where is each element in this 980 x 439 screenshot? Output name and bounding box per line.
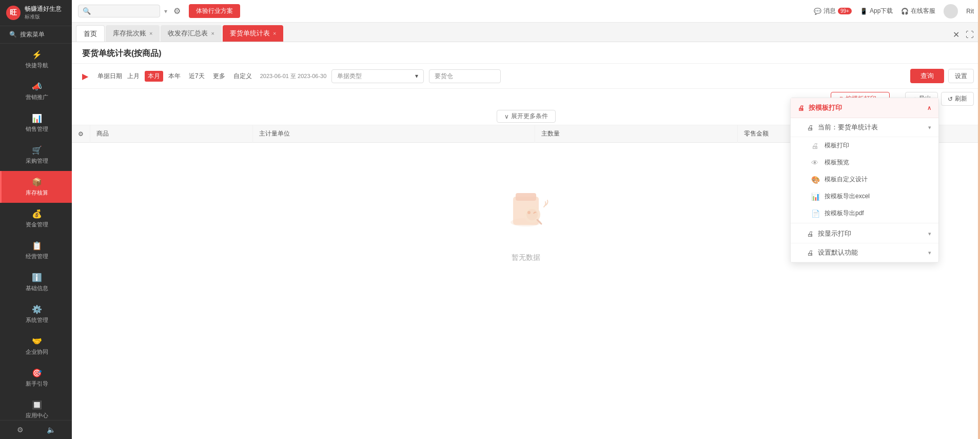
type-filter-label: 单据类型 (337, 72, 362, 81)
warehouse-filter-select[interactable]: 要货仓 (429, 69, 501, 83)
enterprise-label: 企业协同 (26, 348, 48, 356)
purchase-label: 采购管理 (26, 157, 48, 165)
tab-order-stats-close[interactable]: × (273, 30, 276, 36)
topbar-right: 💬 消息 99+ 📱 App下载 🎧 在线客服 Rit (814, 4, 974, 18)
date-btn-this-year[interactable]: 本年 (165, 71, 184, 82)
dropdown-default-function-section[interactable]: 🖨 设置默认功能 ▾ (791, 243, 938, 262)
date-range-text: 2023-06-01 至 2023-06-30 (260, 72, 327, 80)
tab-expand-button[interactable]: ⛶ (964, 28, 976, 42)
expand-more-button[interactable]: ∨ 展开更多条件 (497, 110, 556, 123)
template-pdf-icon: 📄 (811, 209, 819, 218)
dropdown-item-template-print[interactable]: 🖨 模板打印 (791, 137, 938, 154)
topbar-gear-icon[interactable]: ⚙ (173, 6, 181, 16)
tabbar-right: ✕ ⛶ (951, 28, 976, 42)
dropdown-header[interactable]: 🖨 按模板打印 ∧ (791, 98, 938, 118)
sidebar-item-sales[interactable]: 📊 销售管理 (0, 107, 72, 139)
tab-home[interactable]: 首页 (76, 25, 105, 42)
filter-bar: ▶ 单据日期 上月 本月 本年 近7天 更多 自定义 2023-06-01 至 … (72, 64, 980, 89)
dropdown-display-print-section[interactable]: 🖨 按显示打印 ▾ (791, 224, 938, 243)
sidebar-item-purchase[interactable]: 🛒 采购管理 (0, 139, 72, 171)
default-function-label: 设置默认功能 (818, 248, 858, 257)
app-logo-icon: 旺 (6, 6, 21, 20)
sidebar-item-basic[interactable]: ℹ️ 基础信息 (0, 266, 72, 298)
default-function-icon: 🖨 (807, 249, 814, 257)
template-design-icon: 🎨 (811, 176, 819, 184)
date-btn-more[interactable]: 更多 (210, 71, 228, 82)
topbar-dropdown-chevron[interactable]: ▾ (164, 8, 167, 15)
topbar-search-icon: 🔍 (83, 7, 91, 15)
user-avatar[interactable] (944, 4, 958, 18)
resize-handle[interactable] (978, 42, 980, 439)
dropdown-header-chevron: ∧ (927, 105, 931, 111)
filter-actions: 查询 设置 (910, 69, 974, 83)
date-btn-last-month[interactable]: 上月 (124, 71, 143, 82)
expand-more-label: 展开更多条件 (511, 112, 548, 121)
dropdown-item-template-design[interactable]: 🎨 模板自定义设计 (791, 171, 938, 188)
print-dropdown: 🖨 按模板打印 ∧ 🖨 当前：要货单统计表 ▾ 🖨 模板打印 👁 模板预览 (790, 98, 939, 263)
quick-nav-icon: ⚡ (32, 50, 42, 60)
date-btn-this-month[interactable]: 本月 (145, 71, 163, 82)
sidebar-item-operations[interactable]: 📋 经营管理 (0, 235, 72, 266)
tab-order-stats[interactable]: 要货单统计表 × (223, 25, 283, 42)
sidebar-item-guide[interactable]: 🎯 新手引导 (0, 362, 72, 394)
tab-inventory-batch-label: 库存批次账 (113, 29, 146, 38)
quick-nav-label: 快捷导航 (26, 62, 48, 69)
guide-icon: 🎯 (32, 368, 42, 378)
app-download-label: App下载 (870, 7, 893, 15)
tab-collection-summary-close[interactable]: × (211, 30, 214, 36)
sidebar: 旺 畅赚通好生意 标准版 🔍 搜索菜单 ⚡ 快捷导航 📣 营销推广 📊 销售管理… (0, 0, 72, 439)
type-filter-select[interactable]: 单据类型 ▾ (331, 69, 424, 83)
refresh-button[interactable]: ↺ 刷新 (941, 92, 974, 106)
sidebar-item-system[interactable]: ⚙️ 系统管理 (0, 298, 72, 330)
date-btn-7days[interactable]: 近7天 (186, 71, 208, 82)
refresh-label: 刷新 (955, 94, 967, 103)
sidebar-item-apps[interactable]: 🔲 应用中心 (0, 394, 72, 420)
th-settings[interactable]: ⚙ (72, 125, 90, 143)
online-service-item[interactable]: 🎧 在线客服 (901, 7, 935, 15)
tab-close-all-button[interactable]: ✕ (951, 28, 962, 42)
type-filter-chevron: ▾ (415, 72, 418, 80)
enterprise-icon: 🤝 (32, 336, 42, 346)
svg-rect-2 (516, 193, 536, 201)
trial-button[interactable]: 体验行业方案 (189, 4, 240, 18)
messages-label: 消息 (824, 7, 836, 15)
sidebar-item-inventory[interactable]: 📦 库存核算 (0, 171, 72, 203)
tab-inventory-batch-close[interactable]: × (149, 30, 152, 36)
settings-button[interactable]: 设置 (948, 69, 974, 83)
sidebar-item-enterprise[interactable]: 🤝 企业协同 (0, 330, 72, 362)
th-qty: 主数量 (535, 125, 737, 143)
tab-collection-summary-label: 收发存汇总表 (168, 29, 208, 38)
guide-label: 新手引导 (26, 380, 48, 388)
settings-footer-icon[interactable]: ⚙ (17, 426, 24, 434)
refresh-icon: ↺ (948, 96, 953, 103)
topbar-search-box[interactable]: 🔍 (78, 5, 160, 17)
page-content: 要货单统计表(按商品) ▶ 单据日期 上月 本月 本年 近7天 更多 自定义 2… (72, 42, 980, 439)
tab-inventory-batch[interactable]: 库存批次账 × (106, 25, 160, 42)
sidebar-item-marketing[interactable]: 📣 营销推广 (0, 75, 72, 107)
tab-collection-summary[interactable]: 收发存汇总表 × (161, 25, 221, 42)
dropdown-header-label: 按模板打印 (809, 103, 842, 112)
inventory-icon: 📦 (32, 177, 42, 187)
messages-item[interactable]: 💬 消息 99+ (814, 7, 852, 15)
sidebar-item-finance[interactable]: 💰 资金管理 (0, 203, 72, 235)
display-print-label: 按显示打印 (818, 229, 851, 238)
dropdown-current-section[interactable]: 🖨 当前：要货单统计表 ▾ (791, 118, 938, 137)
sidebar-item-quick-nav[interactable]: ⚡ 快捷导航 (0, 44, 72, 75)
topbar: 🔍 ▾ ⚙ 体验行业方案 💬 消息 99+ 📱 App下载 🎧 在线客服 Rit (72, 0, 980, 23)
audio-footer-icon[interactable]: 🔈 (47, 426, 55, 434)
dropdown-item-template-excel[interactable]: 📊 按模板导出excel (791, 188, 938, 205)
apps-icon: 🔲 (32, 400, 42, 410)
app-download-item[interactable]: 📱 App下载 (860, 7, 893, 15)
online-service-icon: 🎧 (901, 8, 909, 15)
dropdown-item-template-pdf[interactable]: 📄 按模板导出pdf (791, 205, 938, 222)
empty-icon (500, 184, 552, 245)
query-button[interactable]: 查询 (910, 69, 944, 83)
date-btn-custom[interactable]: 自定义 (230, 71, 255, 82)
dropdown-item-template-preview[interactable]: 👁 模板预览 (791, 154, 938, 171)
filter-expand-icon[interactable]: ▶ (78, 70, 92, 83)
svg-point-6 (527, 211, 531, 214)
sidebar-search-item[interactable]: 🔍 搜索菜单 (0, 26, 72, 44)
topbar-search-input[interactable] (93, 8, 154, 15)
username-label: Rit (966, 8, 974, 15)
app-name-group: 畅赚通好生意 标准版 (25, 5, 62, 21)
